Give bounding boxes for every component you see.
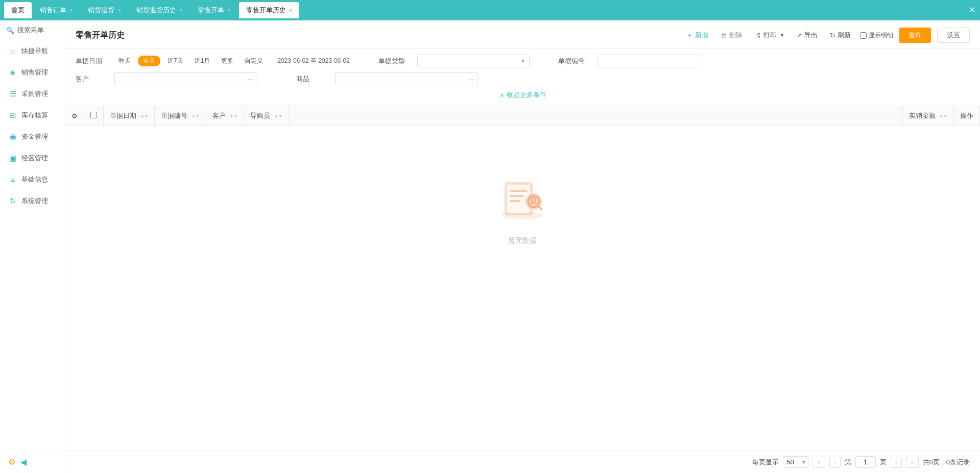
th-amount-sort-icon[interactable]: ▲▼ xyxy=(939,114,947,118)
th-customer-sort-icon[interactable]: ▲▼ xyxy=(230,114,238,118)
toolbar-actions: ＋ 新增 🗑 删除 🖨 打印 ▼ ↗ 导出 ↻ 刷新 xyxy=(683,28,970,43)
add-button[interactable]: ＋ 新增 xyxy=(683,29,711,42)
tab-retail-open-history-close[interactable]: × xyxy=(289,7,292,13)
display-detail-checkbox-label[interactable]: 显示明细 xyxy=(860,31,893,40)
sidebar-search[interactable]: 🔍 搜索采单 xyxy=(0,20,65,40)
th-guide-sort-icon[interactable]: ▲▼ xyxy=(274,114,282,118)
date-option-yesterday[interactable]: 昨天 xyxy=(114,56,135,66)
display-detail-checkbox[interactable] xyxy=(860,32,867,39)
tab-sales-return-label: 销货退货 xyxy=(88,6,114,15)
data-table: ⚙ 单据日期 ▲▼ 单据编号 ▲▼ 客户 xyxy=(65,106,980,286)
filter-date-options: 昨天 今天 近7天 近1月 更多 自定义 xyxy=(114,56,267,66)
th-date-sort-icon[interactable]: ▲▼ xyxy=(140,114,149,118)
refresh-icon: ↻ xyxy=(830,32,835,39)
add-icon: ＋ xyxy=(686,31,693,40)
sidebar-search-label: 搜索采单 xyxy=(17,26,44,35)
sidebar: 🔍 搜索采单 ⌂ 快捷导航 ◈ 销售管理 ☰ 采购管理 ⊞ 库存核算 ◉ 资金管… xyxy=(0,20,65,473)
per-page-select[interactable]: 50 10 20 100 xyxy=(783,456,808,468)
sidebar-item-finance[interactable]: ◉ 资金管理 xyxy=(0,126,65,147)
type-select[interactable] xyxy=(417,55,530,67)
sidebar-item-sales-mgmt[interactable]: ◈ 销售管理 xyxy=(0,62,65,83)
collapse-filter-button[interactable]: ∧ 收起更多条件 xyxy=(499,90,546,99)
sidebar-item-basic-info[interactable]: ≡ 基础信息 xyxy=(0,169,65,190)
date-option-custom[interactable]: 自定义 xyxy=(241,56,267,66)
th-guide-label: 导购员 xyxy=(250,112,270,119)
export-icon: ↗ xyxy=(797,32,802,39)
print-button[interactable]: 🖨 打印 ▼ xyxy=(752,29,787,42)
basic-info-icon: ≡ xyxy=(8,176,17,184)
tab-home[interactable]: 首页 xyxy=(4,2,32,18)
first-page-button[interactable]: « xyxy=(812,457,825,468)
sidebar-item-inventory-label: 库存核算 xyxy=(21,111,48,120)
sidebar-item-purchase-mgmt[interactable]: ☰ 采购管理 xyxy=(0,83,65,105)
th-number-label: 单据编号 xyxy=(161,112,187,119)
page-input[interactable] xyxy=(855,456,876,468)
th-amount: 实销金额 ▲▼ xyxy=(902,106,953,126)
sidebar-item-quick-nav[interactable]: ⌂ 快捷导航 xyxy=(0,40,65,62)
th-action-label: 操作 xyxy=(960,112,973,119)
window-close-icon[interactable]: ✕ xyxy=(968,5,976,16)
refresh-label: 刷新 xyxy=(838,31,851,40)
tab-sales-order-close[interactable]: × xyxy=(69,7,73,13)
tab-sales-return[interactable]: 销货退货 × xyxy=(81,2,128,18)
setting-button[interactable]: 设置 xyxy=(937,28,970,43)
th-guide: 导购员 ▲▼ xyxy=(244,106,289,126)
page-header: 零售开单历史 ＋ 新增 🗑 删除 🖨 打印 ▼ ↗ 导出 xyxy=(65,20,980,48)
operations-icon: ▣ xyxy=(8,154,17,163)
th-settings[interactable]: ⚙ xyxy=(65,106,84,126)
sidebar-item-operations[interactable]: ▣ 经营管理 xyxy=(0,147,65,169)
prev-page-button[interactable]: ‹ xyxy=(829,457,841,468)
product-input[interactable] xyxy=(335,72,478,85)
tab-sales-order[interactable]: 销售订单 × xyxy=(33,2,80,18)
per-page-select-wrap: 50 10 20 100 ▼ xyxy=(783,456,808,468)
per-page-label: 每页显示 xyxy=(752,458,779,467)
export-button[interactable]: ↗ 导出 xyxy=(794,29,821,42)
next-page-button[interactable]: › xyxy=(891,457,902,468)
table-header: ⚙ 单据日期 ▲▼ 单据编号 ▲▼ 客户 xyxy=(65,106,980,126)
sales-icon: ◈ xyxy=(8,68,17,77)
tab-retail-open[interactable]: 零售开单 × xyxy=(190,2,237,18)
svg-rect-4 xyxy=(510,195,524,197)
date-option-today[interactable]: 今天 xyxy=(138,56,160,66)
tab-sales-return-history[interactable]: 销货退货历史 × xyxy=(129,2,189,18)
customer-ellipsis-icon[interactable]: ··· xyxy=(247,75,253,83)
sidebar-item-system[interactable]: ↻ 系统管理 xyxy=(0,190,65,212)
th-customer: 客户 ▲▼ xyxy=(206,106,244,126)
inventory-icon: ⊞ xyxy=(8,111,17,120)
number-input[interactable] xyxy=(597,55,702,67)
page-title: 零售开单历史 xyxy=(76,30,125,41)
settings-bottom-icon[interactable]: ⚙ xyxy=(8,457,15,467)
collapse-up-icon: ∧ xyxy=(499,91,505,99)
date-option-1month[interactable]: 近1月 xyxy=(190,56,214,66)
date-option-7days[interactable]: 近7天 xyxy=(163,56,187,66)
delete-button[interactable]: 🗑 删除 xyxy=(718,29,746,42)
tab-retail-open-close[interactable]: × xyxy=(227,7,230,13)
tab-sales-return-close[interactable]: × xyxy=(117,7,121,13)
sidebar-item-inventory[interactable]: ⊞ 库存核算 xyxy=(0,105,65,126)
type-select-wrap: ▼ xyxy=(417,55,530,67)
tab-retail-open-history[interactable]: 零售开单历史 × xyxy=(239,2,299,18)
add-label: 新增 xyxy=(695,31,708,40)
collapse-sidebar-icon[interactable]: ◀ xyxy=(20,457,27,467)
total-pages-label: 页 xyxy=(880,458,887,467)
customer-input[interactable] xyxy=(114,72,257,85)
print-icon: 🖨 xyxy=(755,32,761,39)
date-option-more[interactable]: 更多 xyxy=(217,56,237,66)
product-ellipsis-icon[interactable]: ··· xyxy=(468,75,474,83)
tab-sales-order-label: 销售订单 xyxy=(40,6,66,15)
svg-rect-5 xyxy=(510,200,520,202)
th-number: 单据编号 ▲▼ xyxy=(155,106,206,126)
select-all-checkbox[interactable] xyxy=(90,112,97,118)
th-amount-label: 实销金额 xyxy=(909,112,936,119)
empty-illustration xyxy=(492,167,553,228)
th-date-label: 单据日期 xyxy=(110,112,136,119)
tab-sales-return-history-close[interactable]: × xyxy=(179,7,182,13)
refresh-button[interactable]: ↻ 刷新 xyxy=(827,29,854,42)
sidebar-item-purchase-mgmt-label: 采购管理 xyxy=(21,89,48,98)
th-checkbox[interactable] xyxy=(84,106,104,126)
query-button[interactable]: 查询 xyxy=(899,28,931,43)
last-page-button[interactable]: » xyxy=(906,457,919,468)
tab-bar: 首页 销售订单 × 销货退货 × 销货退货历史 × 零售开单 × 零售开单历史 … xyxy=(0,0,980,20)
th-number-sort-icon[interactable]: ▲▼ xyxy=(192,114,200,118)
sidebar-item-sales-mgmt-label: 销售管理 xyxy=(21,68,48,77)
